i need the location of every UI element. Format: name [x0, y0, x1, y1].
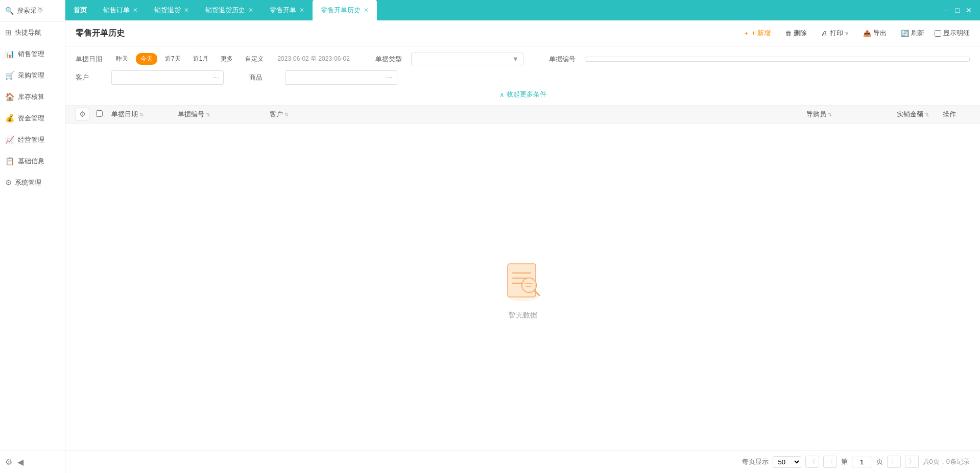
sidebar-item-label: 采购管理	[18, 71, 44, 80]
date-range-display: 2023-06-02 至 2023-06-02	[277, 55, 349, 63]
table-settings-col: ⚙	[76, 110, 96, 119]
date-btn-7days[interactable]: 近7天	[160, 53, 185, 65]
date-btn-more[interactable]: 更多	[216, 53, 237, 65]
search-icon: 🔍	[5, 7, 14, 15]
table-header: ⚙ 单据日期 ⇅ 单据编号 ⇅ 客户 ⇅ 导购员	[65, 106, 980, 123]
tab-retail-open-close[interactable]: ✕	[299, 7, 304, 14]
tab-sales-order[interactable]: 销售订单 ✕	[95, 0, 146, 20]
page-number-input[interactable]	[852, 457, 872, 467]
table-body: 暂无数据	[65, 123, 980, 450]
tab-home-label: 首页	[74, 6, 87, 15]
type-filter-select[interactable]: ▼	[411, 53, 523, 65]
page-title: 零售开单历史	[76, 28, 125, 39]
col-header-customer[interactable]: 客户 ⇅	[270, 110, 806, 119]
sidebar-collapse-btn[interactable]: ◀	[17, 457, 23, 467]
select-all-checkbox[interactable]	[96, 110, 103, 117]
sidebar-item-label: 基础信息	[18, 157, 44, 166]
page-prefix-label: 第	[841, 457, 848, 466]
customer-filter-input[interactable]: ···	[111, 70, 224, 85]
table-settings-btn[interactable]: ⚙	[76, 108, 89, 120]
tab-retail-open-history-label: 零售开单历史	[321, 6, 361, 15]
finance-icon: 💰	[5, 114, 15, 123]
content-area: 零售开单历史 ＋ + 新增 🗑 删除 🖨 打印 ▾ 📤 导出	[65, 20, 980, 473]
sidebar-item-quick-nav[interactable]: ⊞ 快捷导航	[0, 22, 65, 43]
date-btn-1month[interactable]: 近1月	[188, 53, 213, 65]
col-header-date[interactable]: 单据日期 ⇅	[111, 110, 178, 119]
type-filter-label: 单据类型	[375, 55, 406, 64]
customer-dots-btn[interactable]: ···	[212, 73, 219, 82]
system-mgmt-icon: ⚙	[5, 178, 12, 187]
last-page-btn[interactable]: 》	[905, 456, 919, 468]
purchase-mgmt-icon: 🛒	[5, 71, 15, 80]
date-btn-today[interactable]: 今天	[136, 53, 157, 65]
tab-sales-order-label: 销售订单	[103, 6, 130, 15]
restore-btn[interactable]: □	[955, 6, 960, 14]
prev-page-btn[interactable]: 〈	[823, 456, 837, 468]
quick-nav-icon: ⊞	[5, 28, 12, 37]
goods-filter-input[interactable]: ···	[285, 70, 397, 85]
sidebar-item-base-info[interactable]: 📋 基础信息	[0, 151, 65, 172]
date-filter-label: 单据日期	[76, 55, 106, 64]
col-header-amount[interactable]: 实销金额 ⇅	[868, 110, 929, 119]
sidebar-item-purchase-mgmt[interactable]: 🛒 采购管理	[0, 65, 65, 86]
page-suffix-label: 页	[876, 457, 883, 466]
refresh-button[interactable]: 🔄 刷新	[897, 27, 928, 40]
sidebar-item-inventory[interactable]: 🏠 库存核算	[0, 86, 65, 108]
col-date-label: 单据日期	[111, 110, 138, 119]
col-ops-label: 操作	[943, 110, 956, 118]
sidebar-item-label: 库存核算	[18, 92, 44, 102]
filter-area: 单据日期 昨天 今天 近7天 近1月 更多 自定义 2023-06-02 至 2…	[65, 46, 980, 106]
col-salesperson-sort: ⇅	[828, 112, 832, 117]
delete-button[interactable]: 🗑 删除	[781, 27, 811, 40]
tab-sales-order-close[interactable]: ✕	[133, 7, 138, 14]
collapse-icon: ∧	[499, 91, 505, 98]
sidebar-item-system-mgmt[interactable]: ⚙ 系统管理	[0, 172, 65, 193]
sales-mgmt-icon: 📊	[5, 49, 15, 59]
tab-sales-return[interactable]: 销货退货 ✕	[146, 0, 197, 20]
sidebar-item-sales-mgmt[interactable]: 📊 销售管理	[0, 43, 65, 65]
date-btn-custom[interactable]: 自定义	[241, 53, 268, 65]
date-btn-yesterday[interactable]: 昨天	[111, 53, 133, 65]
type-filter-arrow: ▼	[512, 55, 519, 63]
doc-no-filter-input[interactable]	[585, 57, 970, 62]
show-detail-input[interactable]	[935, 30, 941, 37]
collapse-label: 收起更多条件	[507, 90, 546, 99]
tab-sales-return-history[interactable]: 销货退货历史 ✕	[197, 0, 261, 20]
show-detail-checkbox[interactable]: 显示明细	[935, 29, 970, 38]
tab-sales-return-history-label: 销货退货历史	[205, 6, 245, 15]
close-btn[interactable]: ✕	[966, 6, 972, 14]
next-page-btn[interactable]: 〉	[887, 456, 901, 468]
table-select-all-col	[96, 110, 111, 118]
tab-home[interactable]: 首页	[65, 0, 95, 20]
print-label: 打印	[830, 29, 843, 38]
print-arrow: ▾	[845, 30, 849, 37]
export-label: 导出	[873, 29, 887, 38]
sidebar-item-finance[interactable]: 💰 资金管理	[0, 108, 65, 129]
sidebar-item-operations[interactable]: 📈 经营管理	[0, 129, 65, 151]
col-header-ops: 操作	[929, 110, 970, 119]
tab-sales-return-history-close[interactable]: ✕	[248, 7, 253, 14]
total-info: 共0页，0条记录	[923, 457, 970, 466]
show-detail-label: 显示明细	[943, 29, 970, 38]
per-page-select[interactable]: 50 20 100 200	[773, 456, 801, 468]
col-header-salesperson[interactable]: 导购员 ⇅	[806, 110, 868, 119]
filter-row-2: 客户 ··· 商品 ···	[76, 70, 970, 85]
col-header-no[interactable]: 单据编号 ⇅	[178, 110, 270, 119]
tab-retail-open-history[interactable]: 零售开单历史 ✕	[313, 0, 377, 20]
print-button[interactable]: 🖨 打印 ▾	[817, 27, 853, 40]
filter-collapse-btn[interactable]: ∧ 收起更多条件	[76, 90, 970, 99]
tab-retail-open-history-close[interactable]: ✕	[364, 7, 369, 14]
first-page-btn[interactable]: 《	[805, 456, 819, 468]
print-icon: 🖨	[821, 30, 828, 37]
export-button[interactable]: 📤 导出	[859, 27, 891, 40]
minimize-btn[interactable]: —	[942, 6, 949, 14]
add-button[interactable]: ＋ + 新增	[739, 27, 775, 40]
col-salesperson-label: 导购员	[806, 110, 826, 119]
tab-sales-return-close[interactable]: ✕	[184, 7, 189, 14]
tab-retail-open[interactable]: 零售开单 ✕	[261, 0, 313, 20]
sidebar-settings-btn[interactable]: ⚙	[5, 457, 12, 467]
sidebar-search[interactable]: 🔍 搜索采单	[0, 0, 65, 22]
page-actions: ＋ + 新增 🗑 删除 🖨 打印 ▾ 📤 导出 🔄	[739, 27, 970, 40]
goods-dots-btn[interactable]: ···	[386, 73, 393, 82]
export-icon: 📤	[863, 30, 871, 37]
